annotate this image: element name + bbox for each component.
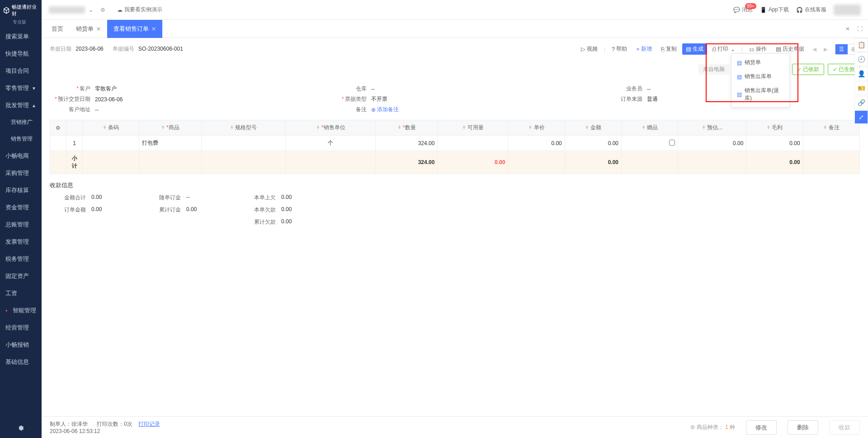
modify-button[interactable]: 修改 — [746, 420, 777, 435]
customer-label: 客户 — [80, 85, 90, 92]
col-header[interactable]: ▲▼*商品 — [139, 120, 201, 136]
col-header[interactable]: ▲▼条码 — [83, 120, 139, 136]
rail-link-icon[interactable]: 🔗 — [854, 96, 868, 109]
col-header[interactable]: ▲▼*数量 — [376, 120, 438, 136]
sidebar-item-5[interactable]: 营销推广 — [0, 114, 42, 131]
sidebar-item-8[interactable]: 采购管理 — [0, 165, 42, 182]
dropdown-item-1[interactable]: ▤销售出库单 — [731, 70, 789, 84]
ticket-label: 票据类型 — [345, 96, 367, 102]
sort-icon[interactable]: ▲▼ — [702, 125, 706, 129]
close-icon[interactable]: ✕ — [151, 26, 156, 32]
rail-expand-icon[interactable]: ⤢ — [854, 110, 868, 124]
sidebar-item-15[interactable]: 工资 — [0, 285, 42, 302]
col-header[interactable]: ▲▼规格型号 — [201, 120, 286, 136]
online-service[interactable]: 🎧 在线客服 — [796, 6, 826, 14]
sort-icon[interactable]: ▲▼ — [585, 125, 589, 129]
message-button[interactable]: 💬 消息 99+ — [733, 6, 753, 14]
company-selector[interactable]: ⌄ — [49, 6, 93, 14]
dropdown-item-2[interactable]: ▤销售出库单(退库) — [731, 84, 789, 105]
sort-icon[interactable]: ▲▼ — [767, 125, 771, 129]
sort-icon[interactable]: ▲▼ — [528, 125, 533, 129]
sort-icon[interactable]: ▲▼ — [823, 125, 827, 129]
sidebar-item-3[interactable]: 零售管理▼ — [0, 80, 42, 97]
sort-icon[interactable]: ▲▼ — [103, 125, 107, 129]
tab-0[interactable]: 首页 — [45, 20, 70, 38]
fullscreen-icon[interactable]: ⛶ — [855, 24, 864, 34]
gear-icon[interactable]: ⚙ — [100, 7, 105, 13]
gear-column[interactable]: ⚙ — [50, 120, 66, 136]
sidebar-item-label: 项目合同 — [5, 67, 29, 75]
print-count-value: 0次 — [124, 421, 132, 427]
prev-doc[interactable]: ◀ — [810, 45, 819, 54]
print-log-link[interactable]: 打印记录 — [138, 421, 160, 427]
next-doc[interactable]: ▶ — [821, 45, 830, 54]
sidebar-item-label: 基础信息 — [5, 358, 29, 366]
collect-button[interactable]: 收款 — [829, 420, 860, 435]
sidebar-item-17[interactable]: 经营管理 — [0, 319, 42, 336]
tab-1[interactable]: 销货单✕ — [70, 20, 107, 38]
sidebar-item-19[interactable]: 基础信息 — [0, 353, 42, 371]
list-view[interactable]: ☰ — [835, 44, 848, 54]
sort-icon[interactable]: ▲▼ — [462, 125, 466, 129]
sidebar-item-1[interactable]: 快捷导航 — [0, 45, 42, 62]
sidebar-settings[interactable] — [0, 419, 42, 438]
col-header[interactable]: ▲▼单价 — [508, 120, 565, 136]
sidebar-item-16[interactable]: 智能管理 — [0, 302, 42, 319]
sidebar-item-9[interactable]: 库存核算 — [0, 182, 42, 199]
video-icon: ☁ — [117, 7, 123, 13]
col-header[interactable]: ▲▼赠品 — [622, 120, 678, 136]
video-button[interactable]: ▷视频 — [577, 43, 601, 55]
sidebar-item-2[interactable]: 项目合同 — [0, 62, 42, 80]
sidebar-item-14[interactable]: 固定资产 — [0, 268, 42, 285]
sidebar-item-0[interactable]: 搜索菜单 — [0, 28, 42, 45]
delete-button[interactable]: 删除 — [788, 420, 818, 435]
sidebar-item-13[interactable]: 税务管理 — [0, 250, 42, 268]
sort-icon[interactable]: ▲▼ — [230, 125, 234, 129]
col-header[interactable]: ▲▼毛利 — [746, 120, 803, 136]
sidebar-item-7[interactable]: 小畅电商 — [0, 147, 42, 165]
add-remark-link[interactable]: ⊕添加备注 — [371, 106, 399, 113]
sort-icon[interactable]: ▲▼ — [642, 125, 646, 129]
table-row[interactable]: 1打包费个324.000.000.000.000.00 — [50, 136, 860, 151]
doc-icon: ▤ — [737, 60, 742, 66]
tab-2[interactable]: 查看销售订单✕ — [107, 20, 162, 38]
payment-label: 累计订金 — [154, 206, 181, 214]
close-all-icon[interactable]: ✕ — [844, 24, 852, 34]
payment-grid: 金额合计0.00随单订金--本单上欠0.00订单金额0.00累计订金0.00本单… — [50, 194, 860, 226]
sort-icon[interactable]: ▲▼ — [397, 125, 401, 129]
doc-header: 单据日期 2023-06-06 单据编号 SO-20230606-001 ▷视频… — [50, 43, 860, 55]
rail-history-icon[interactable]: 🕘 — [854, 52, 868, 66]
source-label: 订单来源 — [621, 96, 642, 102]
help-button[interactable]: ?帮助 — [608, 43, 631, 55]
sort-icon[interactable]: ▲▼ — [161, 125, 165, 129]
data-table: ⚙▲▼条码▲▼*商品▲▼规格型号▲▼*销售单位▲▼*数量▲▼可用量▲▼单价▲▼金… — [50, 120, 860, 174]
col-header[interactable]: ▲▼*销售单位 — [286, 120, 376, 136]
demo-link[interactable]: ☁ 我要看实例演示 — [113, 4, 167, 15]
user-avatar-blurred[interactable] — [834, 5, 861, 15]
dropdown-item-0[interactable]: ▤销货单 — [731, 56, 789, 70]
chevron-down-icon: ⌄ — [731, 46, 735, 52]
rail-user-icon[interactable]: 👤 — [854, 67, 868, 80]
col-header[interactable]: ▲▼金额 — [565, 120, 621, 136]
sidebar-item-label: 总账管理 — [5, 221, 29, 229]
generate-dropdown: ▤销货单▤销售出库单▤销售出库单(退库) — [731, 53, 790, 108]
generate-button[interactable]: ▤生成 — [682, 43, 707, 55]
gift-checkbox[interactable] — [669, 140, 675, 146]
payment-value: -- — [186, 194, 190, 202]
rail-coupon-icon[interactable]: 🎫 — [854, 81, 868, 95]
col-header[interactable]: ▲▼备注 — [803, 120, 859, 136]
col-header[interactable]: ▲▼可用量 — [438, 120, 508, 136]
col-header[interactable]: ▲▼预估... — [678, 120, 746, 136]
sort-icon[interactable]: ▲▼ — [316, 125, 320, 129]
sidebar-item-12[interactable]: 发票管理 — [0, 233, 42, 250]
sidebar-item-10[interactable]: 资金管理 — [0, 199, 42, 216]
app-download[interactable]: 📱 App下载 — [760, 6, 789, 14]
new-button[interactable]: +新增 — [632, 43, 656, 55]
close-icon[interactable]: ✕ — [96, 26, 101, 32]
sidebar-item-18[interactable]: 小畅报销 — [0, 336, 42, 353]
sidebar-item-6[interactable]: 销售管理 — [0, 131, 42, 147]
sidebar-item-4[interactable]: 批发管理▲ — [0, 97, 42, 114]
rail-doc-icon[interactable]: 📋 — [854, 38, 868, 52]
copy-button[interactable]: ⎘复制 — [657, 43, 680, 55]
sidebar-item-11[interactable]: 总账管理 — [0, 216, 42, 233]
